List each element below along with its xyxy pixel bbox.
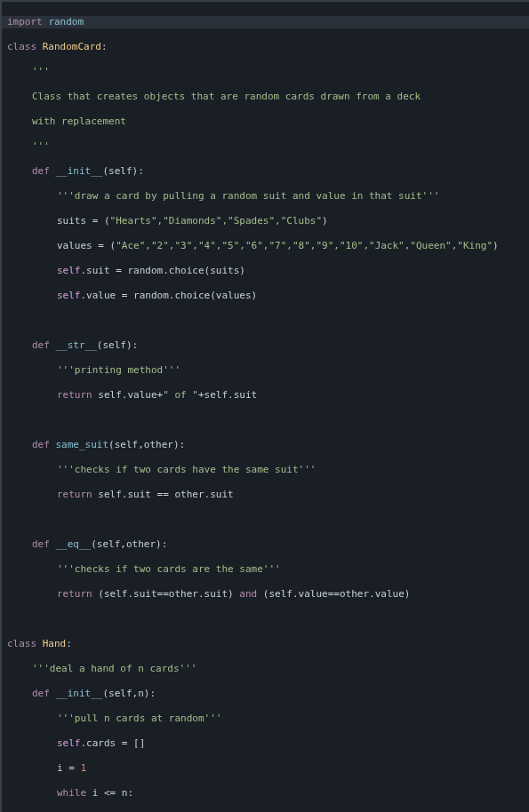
code-line: '''checks if two cards are the same''' bbox=[7, 563, 524, 576]
code-line: i = 1 bbox=[7, 762, 524, 775]
code-line: self.value = random.choice(values) bbox=[7, 290, 524, 302]
code-line: with replacement bbox=[7, 115, 524, 128]
code-line: '''pull n cards at random''' bbox=[7, 712, 524, 725]
code-editor[interactable]: import random class RandomCard: ''' Clas… bbox=[2, 2, 529, 812]
code-line: Class that creates objects that are rand… bbox=[7, 91, 524, 103]
code-line: def same_suit(self,other): bbox=[7, 439, 524, 451]
code-line: ''' bbox=[7, 140, 524, 153]
code-line: while i <= n: bbox=[7, 787, 524, 800]
code-line: class RandomCard: bbox=[7, 41, 524, 53]
code-line: return self.value+" of "+self.suit bbox=[7, 389, 524, 402]
code-line: suits = ("Hearts","Diamonds","Spades","C… bbox=[7, 215, 524, 227]
code-line: '''draw a card by pulling a random suit … bbox=[7, 190, 524, 203]
code-line: def __init__(self): bbox=[7, 165, 524, 178]
code-line: return self.suit == other.suit bbox=[7, 489, 524, 501]
code-line: '''deal a hand of n cards''' bbox=[7, 663, 524, 675]
code-line: '''printing method''' bbox=[7, 364, 524, 377]
code-line: def __str__(self): bbox=[7, 339, 524, 352]
code-line: ''' bbox=[7, 66, 524, 78]
code-line bbox=[7, 314, 524, 327]
code-line: '''checks if two cards have the same sui… bbox=[7, 464, 524, 476]
code-line: self.cards = [] bbox=[7, 737, 524, 750]
code-line: return (self.suit==other.suit) and (self… bbox=[7, 588, 524, 601]
code-line bbox=[7, 414, 524, 426]
code-line: class Hand: bbox=[7, 638, 524, 650]
code-line: values = ("Ace","2","3","4","5","6","7",… bbox=[7, 240, 524, 252]
code-line: def __eq__(self,other): bbox=[7, 538, 524, 551]
code-line: import random bbox=[2, 16, 529, 28]
code-line: self.suit = random.choice(suits) bbox=[7, 265, 524, 277]
code-line: def __init__(self,n): bbox=[7, 688, 524, 700]
code-line bbox=[7, 513, 524, 526]
code-line bbox=[7, 613, 524, 625]
